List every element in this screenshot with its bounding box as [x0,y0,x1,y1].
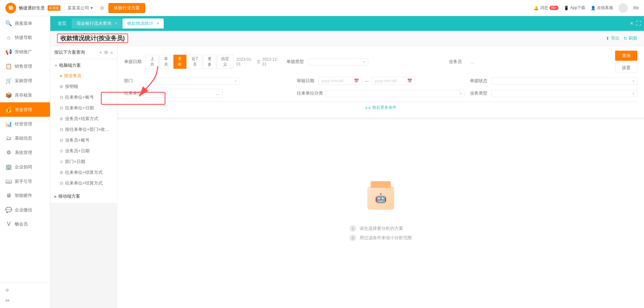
dept-select[interactable]: ▾ [146,78,239,85]
sidebar-item-smarthw[interactable]: 🖥 智能硬件 [0,189,50,203]
sidebar-item-member[interactable]: V 畅会员 [0,217,50,231]
scheme-item-unit-dept[interactable]: ⊟ 按往来单位+部门+收... [50,124,117,135]
user-avatar[interactable] [619,3,628,13]
filter-docstatus-item: 单据状态 ▾ [470,78,637,85]
sidebar-collapse[interactable]: ⏮ [0,295,50,305]
docstatus-select[interactable]: ▾ [491,78,637,85]
scheme-item-unit-account[interactable]: ⊟ 往来单位+账号 [50,92,117,103]
home-icon: ⌂ [5,35,12,41]
sidebar-item-quicknav[interactable]: ⌂ 快捷导航 [0,31,50,45]
scheme-item-salesman-date[interactable]: ⊙ 业务员+日期 [50,146,117,156]
inventory-icon: 📦 [5,92,12,98]
dept-date-label: 部门+日期 [65,159,85,165]
filter-row-2: 部门 ▾ 审核日期 yyyy-mm-dd 📅 [124,77,637,85]
date-btn-this-year[interactable]: 本年 [173,55,186,69]
scheme-item-unit-settle2[interactable]: ⊟ 往来单位+结算方式 [50,178,117,189]
filter-counterparty-class-item: 往来单位分类 ▾ [297,90,464,97]
app-layout: 🔍 搜索菜单 ⌂ 快捷导航 📢 营销推广 📋 销售管理 🛒 采购管理 📦 库存核… [0,0,644,308]
detail-scheme-label: 按明细 [65,84,78,90]
messages-action[interactable]: 🔔 消息 99+ [534,5,558,11]
query-button[interactable]: 查询 [615,51,637,61]
biztype-select[interactable]: ▾ [491,90,637,97]
desktop-scheme-header[interactable]: ▼ 电脑端方案 [50,60,117,70]
salesman-label: 业务员 [449,59,468,65]
salesman-settle-icon: ⊞ [60,116,63,121]
sidebar-item-search[interactable]: 🔍 搜索菜单 [0,16,50,31]
right-content: 单据日期 上月 本月 本年 近7天 更多 自定义 2023-01-01 [117,46,644,308]
step-2-num: 2 [350,235,356,241]
date-btn-this-month[interactable]: 本月 [159,55,172,69]
tab-collection-stat[interactable]: 收款情况统计 × [122,18,164,29]
scheme-gear-icon[interactable]: ⚙ [104,50,108,55]
mobile-scheme-label: 移动端方案 [58,193,80,199]
mobile-scheme-header[interactable]: ▶ 移动端方案 [50,191,117,201]
unit-settle1-label: 往来单位+结算方式 [65,169,103,175]
marketing-icon: 📢 [5,49,12,55]
counterparty-more-icon[interactable]: ... [216,91,220,96]
sidebar-label-inventory: 库存核算 [15,92,32,98]
sidebar-item-marketing[interactable]: 📢 营销推广 [0,45,50,59]
sidebar-item-system[interactable]: ⚙ 系统管理 [0,145,50,160]
unit-settle2-label: 往来单位+结算方式 [65,180,103,186]
app-download-action[interactable]: 📱 App下载 [564,5,585,11]
refresh-label: 刷新 [629,35,637,41]
biztype-chevron-icon: ▾ [633,92,634,95]
tab-bank-flow-close-icon[interactable]: × [115,21,117,26]
sidebar-item-enterprise[interactable]: 🏢 企业协同 [0,160,50,174]
collapse-filter-label: 收起更多条件 [372,105,396,110]
sales-icon: 📋 [5,63,12,69]
counterparty-class-select[interactable]: ▾ [326,90,464,97]
counterparty-select[interactable]: ... [146,89,223,98]
scheme-item-by-detail[interactable]: ⊞ 按明细 [50,81,117,92]
add-scheme-icon[interactable]: + [99,50,102,55]
sidebar-item-wechat[interactable]: 💬 企业微信 [0,203,50,217]
sidebar-item-inventory[interactable]: 📦 库存核算 [0,88,50,102]
wechat-icon: 💬 [5,207,12,213]
sidebar-settings[interactable]: ⚙ [0,285,50,295]
user-name: Rit [633,5,639,10]
settings-button[interactable]: 设置 [615,63,637,73]
sidebar-item-basicinfo[interactable]: 🗂 基础信息 [0,131,50,145]
tab-home-label: 首页 [58,20,66,27]
left-panel-actions: + ⚙ « [99,50,113,55]
collapse-filter-bar[interactable]: ∧∧ 收起更多条件 [124,102,637,113]
window-expand-icon[interactable]: ⛶ [636,20,641,27]
workspace-selector[interactable]: 某某某公司 ▾ [64,3,96,13]
export-icon: ⬆ [606,36,609,41]
step-1-text: 请先选择要分析的方案 [360,225,403,232]
export-button[interactable]: ⬆ 导出 [606,35,620,41]
capital-icon: 💰 [5,106,12,113]
date-btn-custom[interactable]: 自定义 [217,55,234,69]
doctype-select[interactable]: ▾ [308,58,368,65]
collapse-panel-icon[interactable]: « [110,50,113,55]
sidebar-item-operations[interactable]: 📊 经营管理 [0,117,50,131]
scheme-item-unit-settle1[interactable]: ⊞ 往来单位+结算方式 [50,167,117,178]
messages-label: 消息 [540,5,548,11]
date-btn-last7[interactable]: 近7天 [187,55,202,69]
scheme-item-salesman-settle[interactable]: ⊞ 业务员+结算方式 [50,113,117,124]
scheme-item-salesman-account[interactable]: ⊟ 业务员+账号 [50,135,117,146]
scheme-item-dept-date[interactable]: ⊙ 部门+日期 [50,156,117,167]
refresh-button[interactable]: ↻ 刷新 [624,35,637,41]
sidebar-item-guide[interactable]: 📖 新手引导 [0,174,50,189]
empty-box: 🤖 [367,186,394,210]
main-content: 首页 现金银行流水查询 × 收款情况统计 × × ⛶ 收款情况统计(按业务员) [50,16,644,308]
review-date-end[interactable]: yyyy-mm-dd 📅 [372,77,415,85]
online-service-action[interactable]: 👤 在线客服 [591,5,613,11]
salesman-more-btn[interactable]: ... [470,59,474,64]
review-date-start[interactable]: yyyy-mm-dd 📅 [318,77,362,85]
left-panel: 按以下方案查询 + ⚙ « ▼ 电脑端方案 [50,46,117,203]
scheme-item-by-salesman[interactable]: ● 按业务员 [50,70,117,81]
sidebar-item-sales[interactable]: 📋 销售管理 [0,59,50,73]
sidebar-item-capital[interactable]: 💰 资金管理 [0,102,50,117]
date-btn-more[interactable]: 更多 [203,55,216,69]
header-gear-icon[interactable]: ⚙ [100,5,104,11]
sidebar-item-purchase[interactable]: 🛒 采购管理 [0,73,50,88]
scheme-item-unit-date[interactable]: ⊟ 往来单位+日期 [50,103,117,113]
tab-collection-stat-close-icon[interactable]: × [157,21,159,26]
tab-home[interactable]: 首页 [53,18,71,29]
tab-bank-flow[interactable]: 现金银行流水查询 × [72,18,122,29]
window-close-icon[interactable]: × [630,20,633,27]
date-btn-last-month[interactable]: 上月 [146,55,159,69]
trial-button[interactable]: 体验行业方案 [108,3,145,13]
